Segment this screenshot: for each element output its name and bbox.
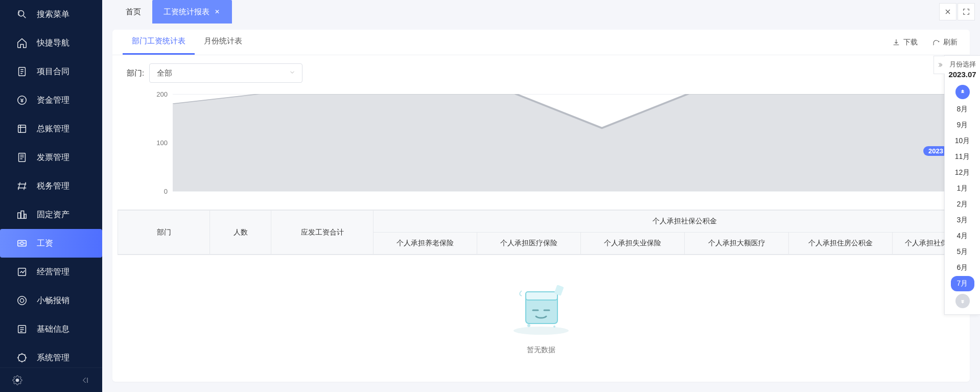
svg-point-9 xyxy=(20,242,24,245)
sidebar-item-label: 搜索菜单 xyxy=(37,9,69,20)
download-label: 下载 xyxy=(903,38,918,47)
filter-row: 部门: 全部 xyxy=(112,55,970,87)
month-option[interactable]: 9月 xyxy=(951,118,974,133)
sidebar-item-salary[interactable]: 工资 xyxy=(0,229,102,258)
table-wrap[interactable]: 部门人数应发工资合计个人承担社保公积金公司承担个人承担养老保险个人承担医疗保险个… xyxy=(118,210,965,255)
tab-label: 首页 xyxy=(126,7,141,17)
subtab-0[interactable]: 部门工资统计表 xyxy=(123,29,195,55)
month-option[interactable]: 5月 xyxy=(951,244,974,260)
dept-select-value: 全部 xyxy=(157,68,172,78)
sidebar-item-doc[interactable]: 项目合同 xyxy=(0,57,102,86)
th-sub-3: 个人承担大额医疗 xyxy=(685,233,788,255)
download-button[interactable]: 下载 xyxy=(892,38,918,47)
money-icon xyxy=(16,95,28,106)
sidebar-item-asset[interactable]: 固定资产 xyxy=(0,200,102,229)
close-all-tabs-button[interactable] xyxy=(939,3,956,20)
month-option[interactable]: 3月 xyxy=(951,213,974,228)
chevron-down-icon xyxy=(289,69,296,78)
svg-rect-3 xyxy=(18,125,26,133)
month-panel: 月份选择 2023.07 8月9月10月11月12月1月2月3月4月5月6月7月 xyxy=(944,55,980,315)
chart-ytick: 200 xyxy=(127,90,168,98)
sidebar-item-label: 小畅报销 xyxy=(37,295,69,306)
svg-point-20 xyxy=(553,326,555,328)
subtab-1[interactable]: 月份统计表 xyxy=(195,29,251,55)
th-2: 应发工资合计 xyxy=(271,211,374,255)
sidebar-item-tax[interactable]: 税务管理 xyxy=(0,172,102,200)
th-sub-4: 个人承担住房公积金 xyxy=(788,233,892,255)
sidebar-item-home[interactable]: 快捷导航 xyxy=(0,29,102,57)
sidebar-item-search[interactable]: 搜索菜单 xyxy=(0,0,102,29)
month-panel-value: 2023.07 xyxy=(948,70,976,79)
svg-rect-4 xyxy=(19,153,26,162)
month-option[interactable]: 12月 xyxy=(951,165,974,180)
svg-marker-14 xyxy=(173,94,945,191)
month-option[interactable]: 7月 xyxy=(951,276,974,291)
sidebar-item-label: 发票管理 xyxy=(37,152,69,163)
sidebar-item-label: 快捷导航 xyxy=(37,38,69,49)
sidebar-item-invoice[interactable]: 发票管理 xyxy=(0,143,102,172)
tax-icon xyxy=(16,180,28,192)
month-option[interactable]: 2月 xyxy=(951,197,974,212)
main: 首页工资统计报表✕ 部门工资统计表月份统计表 下载 xyxy=(102,0,980,392)
collapse-sidebar-icon[interactable] xyxy=(80,375,90,385)
month-panel-collapse-button[interactable] xyxy=(934,56,945,74)
asset-icon xyxy=(16,209,28,220)
svg-point-15 xyxy=(514,327,569,335)
home-icon xyxy=(16,37,28,49)
refresh-button[interactable]: 刷新 xyxy=(932,38,958,47)
sidebar-item-gear[interactable]: 系统管理 xyxy=(0,343,102,367)
th-sub-2: 个人承担失业保险 xyxy=(581,233,685,255)
sidebar-item-label: 税务管理 xyxy=(37,181,69,192)
sidebar-item-ledger[interactable]: 总账管理 xyxy=(0,114,102,143)
tab-1[interactable]: 工资统计报表✕ xyxy=(152,0,232,24)
subtab-label: 部门工资统计表 xyxy=(132,36,185,46)
month-option[interactable]: 11月 xyxy=(951,149,974,165)
close-icon[interactable]: ✕ xyxy=(214,8,221,15)
sidebar-item-biz[interactable]: 经营管理 xyxy=(0,258,102,286)
sidebar-item-label: 经营管理 xyxy=(37,267,69,278)
month-option[interactable]: 10月 xyxy=(951,133,974,149)
window-controls xyxy=(939,3,975,20)
gear-icon xyxy=(16,352,28,363)
svg-point-11 xyxy=(18,296,27,305)
invoice-icon xyxy=(16,152,28,163)
th-1: 人数 xyxy=(210,211,271,255)
empty-text: 暂无数据 xyxy=(527,345,555,355)
svg-rect-7 xyxy=(25,214,27,218)
sidebar-item-expense[interactable]: 小畅报销 xyxy=(0,286,102,315)
month-panel-title: 月份选择 xyxy=(949,60,976,69)
month-option[interactable]: 1月 xyxy=(951,181,974,196)
sidebar-item-label: 工资 xyxy=(37,238,53,249)
empty-state: 暂无数据 xyxy=(112,255,970,365)
sidebar-item-info[interactable]: 基础信息 xyxy=(0,315,102,343)
fullscreen-button[interactable] xyxy=(958,3,975,20)
info-icon xyxy=(16,324,28,335)
sidebar-item-money[interactable]: 资金管理 xyxy=(0,86,102,114)
subtab-label: 月份统计表 xyxy=(204,36,242,46)
salary-table: 部门人数应发工资合计个人承担社保公积金公司承担个人承担养老保险个人承担医疗保险个… xyxy=(118,210,965,255)
tab-label: 工资统计报表 xyxy=(164,7,209,17)
month-scroll-down-button[interactable] xyxy=(955,294,970,308)
expense-icon xyxy=(16,295,28,306)
tab-bar: 首页工资统计报表✕ xyxy=(102,0,980,24)
ledger-icon xyxy=(16,123,28,134)
biz-icon xyxy=(16,266,28,278)
month-option[interactable]: 6月 xyxy=(951,260,974,275)
empty-illustration-icon xyxy=(505,270,577,338)
settings-icon[interactable] xyxy=(12,375,22,385)
tab-0[interactable]: 首页 xyxy=(114,0,152,24)
month-option[interactable]: 8月 xyxy=(951,102,974,117)
sidebar-item-label: 项目合同 xyxy=(37,66,69,77)
dept-label: 部门: xyxy=(127,68,144,78)
chart-ytick: 0 xyxy=(127,188,168,195)
month-scroll-up-button[interactable] xyxy=(955,85,970,99)
salary-icon xyxy=(16,238,28,249)
svg-rect-5 xyxy=(18,213,21,218)
sidebar-footer xyxy=(0,367,102,392)
search-icon xyxy=(16,9,28,20)
dept-select[interactable]: 全部 xyxy=(149,63,302,83)
salary-chart: 0100200 xyxy=(127,89,955,201)
month-option[interactable]: 4月 xyxy=(951,228,974,244)
sidebar-item-label: 固定资产 xyxy=(37,210,69,220)
th-sub-0: 个人承担养老保险 xyxy=(374,233,477,255)
